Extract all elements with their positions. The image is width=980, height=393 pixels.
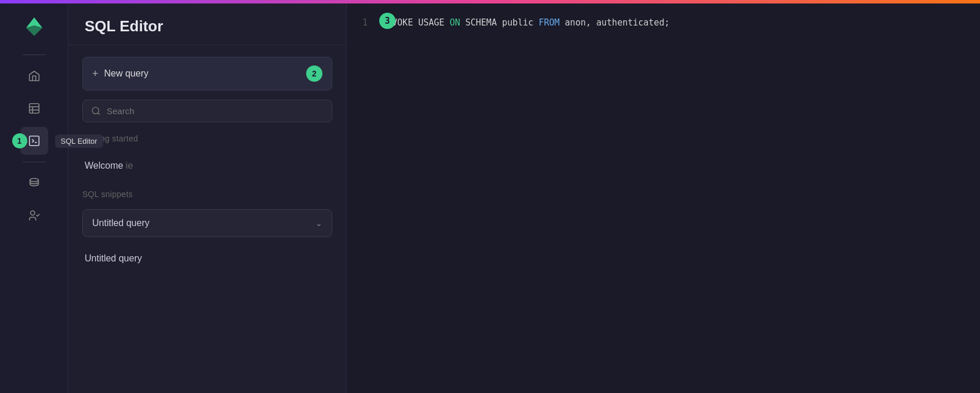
chevron-down-icon: ⌄ [315, 219, 322, 228]
code-line-1: 1 REVOKE USAGE ON SCHEMA public FROM ano… [347, 15, 980, 31]
left-panel: SQL Editor + New query 2 Getting sta [68, 3, 347, 393]
svg-point-9 [30, 211, 34, 215]
nav-auth-button[interactable] [20, 202, 48, 230]
getting-started-item-name: Welcome ie [85, 161, 133, 171]
plus-icon: + [92, 68, 99, 80]
nav-table-button[interactable] [20, 94, 48, 122]
svg-rect-2 [29, 104, 39, 114]
svg-point-8 [30, 179, 38, 182]
step-badge-1: 1 [12, 133, 27, 148]
getting-started-label: Getting started [82, 132, 332, 144]
editor-content[interactable]: 3 1 REVOKE USAGE ON SCHEMA public FROM a… [347, 3, 980, 393]
nav-sql-editor-button[interactable]: 1 SQL Editor [20, 127, 48, 155]
search-box[interactable] [82, 100, 332, 122]
new-query-label: New query [104, 68, 148, 79]
new-query-button[interactable]: + New query 2 [82, 57, 332, 90]
search-icon [91, 106, 101, 116]
untitled-query-1[interactable]: Untitled query ⌄ [82, 209, 332, 237]
line-number-1: 1 [347, 15, 382, 31]
query-1-name: Untitled query [92, 218, 150, 228]
svg-point-10 [92, 107, 99, 114]
search-input[interactable] [107, 106, 324, 116]
icon-sidebar: 1 SQL Editor [0, 3, 68, 393]
step-badge-3: 3 [379, 13, 395, 29]
main-editor: 3 1 REVOKE USAGE ON SCHEMA public FROM a… [347, 3, 980, 393]
query-2-name: Untitled query [85, 253, 142, 264]
left-panel-header: SQL Editor [68, 3, 346, 45]
left-panel-content: + New query 2 Getting started Welcome ie… [68, 45, 346, 393]
nav-divider-top [23, 54, 46, 55]
nav-home-button[interactable] [20, 62, 48, 90]
nav-divider-middle [23, 162, 46, 162]
app-logo[interactable] [20, 13, 48, 41]
code-content-1: REVOKE USAGE ON SCHEMA public FROM anon,… [382, 15, 670, 31]
getting-started-item[interactable]: Welcome ie [82, 154, 332, 178]
step-badge-2: 2 [306, 66, 322, 82]
page-title: SQL Editor [85, 17, 330, 35]
nav-database-button[interactable] [20, 169, 48, 197]
sql-snippets-label: SQL snippets [82, 187, 332, 200]
svg-line-11 [98, 113, 100, 115]
untitled-query-2[interactable]: Untitled query [82, 246, 332, 271]
